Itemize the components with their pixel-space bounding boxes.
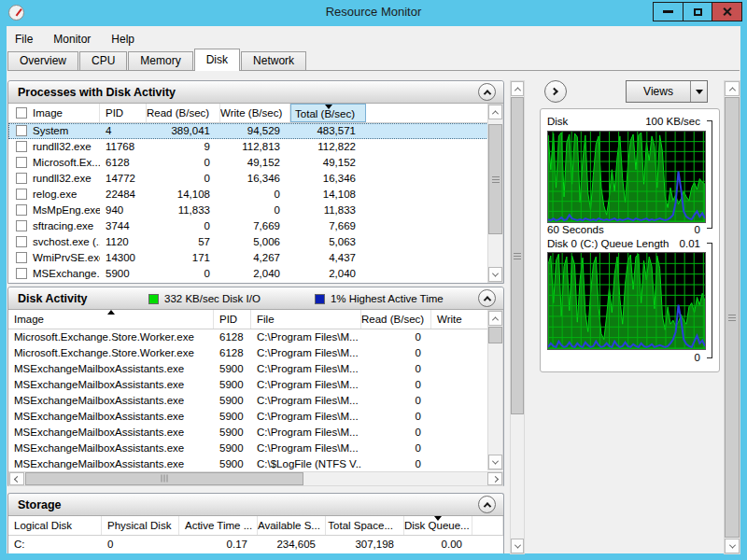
table-row[interactable]: MSExchangeMailboxAssistants.exe5900C:\Pr… — [8, 377, 503, 393]
scroll-down-button[interactable] — [511, 539, 524, 553]
table-row[interactable]: sftracing.exe374407,6697,669 — [8, 218, 503, 234]
column-header-image[interactable]: Image — [8, 310, 214, 329]
table-row[interactable]: MSExchangeMailboxAssistants.exe5900C:\Pr… — [8, 361, 503, 377]
image-name: MSExchange... — [33, 268, 100, 279]
table-row[interactable]: WmiPrvSE.exe143001714,2674,437 — [8, 250, 503, 266]
processes-vertical-scrollbar[interactable] — [487, 104, 503, 283]
row-checkbox[interactable] — [16, 204, 27, 216]
column-header-available-space[interactable]: Available S... — [258, 516, 326, 535]
table-row[interactable]: MSExchangeMailboxAssistants.exe5900C:\Pr… — [8, 393, 503, 409]
scroll-up-button[interactable] — [488, 311, 502, 326]
views-dropdown-arrow[interactable] — [690, 81, 707, 102]
row-checkbox[interactable] — [16, 252, 27, 263]
storage-section-header[interactable]: Storage — [8, 494, 503, 516]
scroll-up-button[interactable] — [511, 81, 524, 96]
column-header-file[interactable]: File — [251, 310, 361, 329]
column-header-image[interactable]: Image — [8, 104, 100, 122]
table-row[interactable]: MSExchangeMailboxAssistants.exe5900C:\Pr… — [8, 425, 503, 441]
scrollbar-thumb[interactable] — [511, 97, 524, 414]
row-checkbox[interactable] — [16, 236, 27, 247]
column-header-total[interactable]: Total (B/sec) — [290, 104, 366, 122]
table-row[interactable]: MsMpEng.exe94011,833011,833 — [8, 203, 503, 218]
table-row[interactable]: rundll32.exe14772016,34616,346 — [8, 171, 503, 187]
legend-label: 1% Highest Active Time — [331, 293, 444, 304]
minimize-icon — [663, 10, 673, 13]
table-row[interactable]: rundll32.exe117689112,813112,822 — [8, 139, 503, 155]
column-header-logical-disk[interactable]: Logical Disk — [8, 516, 102, 535]
table-row[interactable]: Microsoft.Exchange.Store.Worker.exe6128C… — [8, 345, 503, 361]
cell-file: C:\Program Files\M... — [251, 345, 361, 361]
table-row[interactable]: svchost.exe (...1120575,0065,063 — [8, 234, 503, 250]
cell-physical-disk: 0 — [102, 536, 179, 553]
tab-disk[interactable]: Disk — [194, 49, 240, 71]
table-row[interactable]: MSExchange...590002,0402,040 — [8, 266, 503, 282]
select-all-checkbox[interactable] — [16, 107, 27, 119]
row-checkbox[interactable] — [16, 141, 27, 152]
collapse-disk-activity-button[interactable] — [478, 289, 496, 307]
scrollbar-thumb[interactable] — [725, 97, 740, 538]
column-header-active-time[interactable]: Active Time ... — [179, 516, 258, 535]
scrollbar-thumb[interactable] — [25, 472, 303, 485]
tab-network[interactable]: Network — [241, 51, 306, 70]
scroll-down-button[interactable] — [725, 539, 740, 553]
scroll-up-button[interactable] — [725, 81, 740, 96]
table-row[interactable]: MSExchangeMailboxAssistants.exe5900C:\Pr… — [8, 409, 503, 425]
tab-overview[interactable]: Overview — [7, 51, 78, 70]
disk-activity-table-header: Image PID File Read (B/sec) Write — [8, 310, 503, 329]
cell-filler — [366, 203, 503, 218]
cell-image: MSExchangeMailboxAssistants.exe — [8, 425, 214, 441]
row-checkbox[interactable] — [16, 220, 27, 231]
column-header-write[interactable]: Write (B/sec) — [220, 104, 290, 122]
table-row[interactable]: Microsoft.Exchange.Store.Worker.exe6128C… — [8, 329, 503, 345]
column-header-read[interactable]: Read (B/sec) — [147, 104, 220, 122]
scroll-down-button[interactable] — [488, 455, 502, 469]
row-checkbox[interactable] — [16, 268, 27, 279]
views-button[interactable]: Views — [626, 80, 708, 103]
column-header-read[interactable]: Read (B/sec) — [361, 310, 431, 329]
table-row[interactable]: MSExchangeMailboxAssistants.exe5900C:\$L… — [8, 456, 503, 472]
menu-item-help[interactable]: Help — [109, 32, 136, 47]
menu-item-monitor[interactable]: Monitor — [51, 32, 92, 47]
column-header-physical-disk[interactable]: Physical Disk — [102, 516, 179, 535]
scroll-left-button[interactable] — [9, 472, 24, 485]
disk-activity-section-header[interactable]: Disk Activity 332 KB/sec Disk I/O1% High… — [8, 287, 503, 310]
scroll-down-button[interactable] — [488, 267, 502, 282]
table-row[interactable]: Microsoft.Ex...6128049,15249,152 — [8, 155, 503, 171]
collapse-processes-button[interactable] — [478, 83, 496, 101]
processes-section-header[interactable]: Processes with Disk Activity — [8, 81, 503, 104]
menu-item-file[interactable]: File — [13, 32, 35, 47]
right-panel-scrollbar[interactable] — [724, 80, 740, 554]
maximize-button[interactable] — [683, 2, 713, 21]
row-checkbox[interactable] — [16, 173, 27, 184]
cell-write: 49,152 — [220, 155, 290, 171]
minimize-button[interactable] — [653, 2, 684, 21]
cell-filler — [366, 123, 503, 139]
cell-file: C:\Program Files\M... — [251, 361, 361, 377]
tab-memory[interactable]: Memory — [128, 51, 192, 70]
scrollbar-thumb[interactable] — [488, 124, 502, 234]
table-row[interactable]: relog.exe2248414,108014,108 — [8, 187, 503, 203]
tab-cpu[interactable]: CPU — [79, 51, 127, 70]
disk-activity-vertical-scrollbar[interactable] — [487, 310, 503, 470]
cell-file: C:\Program Files\M... — [251, 409, 361, 425]
column-header-disk-queue[interactable]: Disk Queue... — [404, 516, 472, 535]
row-checkbox[interactable] — [16, 189, 27, 200]
table-row[interactable]: C:00.17234,605307,1980.00 — [8, 536, 503, 553]
column-header-total-space[interactable]: Total Space... — [326, 516, 404, 535]
scroll-right-button[interactable] — [487, 472, 502, 485]
table-row[interactable]: System4389,04194,529483,571 — [8, 123, 503, 139]
disk-activity-horizontal-scrollbar[interactable] — [8, 471, 503, 486]
left-panel-scrollbar[interactable] — [510, 80, 525, 554]
cell-pid: 1120 — [100, 234, 147, 250]
scroll-up-button[interactable] — [488, 105, 502, 119]
row-checkbox[interactable] — [16, 157, 27, 168]
collapse-storage-button[interactable] — [478, 496, 496, 513]
column-header-pid[interactable]: PID — [100, 104, 147, 122]
cell-filler — [366, 234, 503, 250]
close-button[interactable] — [712, 2, 742, 21]
expand-panel-button[interactable] — [544, 80, 567, 103]
scrollbar-thumb[interactable] — [488, 327, 502, 343]
row-checkbox[interactable] — [16, 125, 27, 136]
column-header-pid[interactable]: PID — [214, 310, 251, 329]
table-row[interactable]: MSExchangeMailboxAssistants.exe5900C:\Pr… — [8, 441, 503, 456]
